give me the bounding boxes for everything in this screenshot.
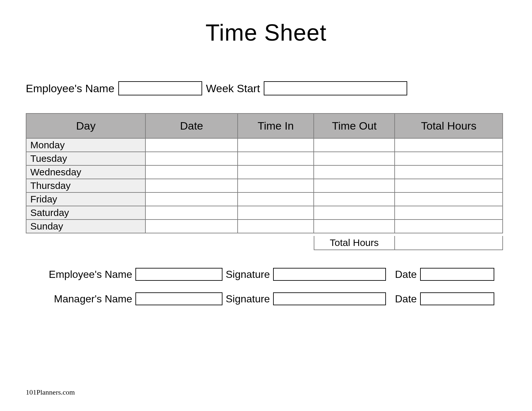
employee-signature-label: Signature (226, 269, 270, 280)
date-cell[interactable] (145, 220, 237, 233)
date-cell[interactable] (145, 152, 237, 165)
date-cell[interactable] (145, 165, 237, 179)
time-out-cell[interactable] (314, 138, 395, 152)
employee-name-label: Employee's Name (26, 82, 114, 95)
time-out-cell[interactable] (314, 220, 395, 233)
employee-signature-field[interactable] (273, 268, 386, 281)
table-row: Sunday (26, 220, 503, 233)
day-cell: Saturday (26, 206, 145, 220)
col-total-hours: Total Hours (395, 113, 503, 138)
day-cell: Thursday (26, 179, 145, 192)
manager-date-field[interactable] (420, 292, 494, 305)
date-cell[interactable] (145, 179, 237, 192)
total-hours-row: Total Hours (26, 236, 503, 250)
table-row: Tuesday (26, 152, 503, 165)
total-hours-cell[interactable] (395, 138, 503, 152)
total-hours-value[interactable] (395, 236, 503, 250)
day-cell: Friday (26, 192, 145, 206)
table-row: Monday (26, 138, 503, 152)
manager-name-sig-label: Manager's Name (35, 293, 132, 305)
table-row: Saturday (26, 206, 503, 220)
time-in-cell[interactable] (238, 165, 314, 179)
time-out-cell[interactable] (314, 206, 395, 220)
time-in-cell[interactable] (238, 206, 314, 220)
total-hours-cell[interactable] (395, 220, 503, 233)
employee-date-label: Date (395, 269, 417, 280)
date-cell[interactable] (145, 192, 237, 206)
time-out-cell[interactable] (314, 165, 395, 179)
total-hours-cell[interactable] (395, 152, 503, 165)
manager-name-sig-field[interactable] (135, 292, 222, 305)
timesheet-table: Day Date Time In Time Out Total Hours Mo… (26, 113, 503, 233)
manager-signature-row: Manager's Name Signature Date (26, 292, 506, 305)
employee-name-sig-label: Employee's Name (35, 269, 132, 280)
table-row: Wednesday (26, 165, 503, 179)
employee-name-sig-field[interactable] (135, 268, 222, 281)
employee-date-field[interactable] (420, 268, 494, 281)
col-date: Date (145, 113, 237, 138)
total-hours-cell[interactable] (395, 206, 503, 220)
footer-credit: 101Planners.com (26, 388, 75, 396)
day-cell: Tuesday (26, 152, 145, 165)
time-in-cell[interactable] (238, 192, 314, 206)
time-in-cell[interactable] (238, 220, 314, 233)
total-hours-cell[interactable] (395, 165, 503, 179)
week-start-label: Week Start (206, 82, 260, 95)
time-in-cell[interactable] (238, 138, 314, 152)
manager-signature-field[interactable] (273, 292, 386, 305)
time-out-cell[interactable] (314, 152, 395, 165)
total-hours-cell[interactable] (395, 192, 503, 206)
time-in-cell[interactable] (238, 152, 314, 165)
day-cell: Monday (26, 138, 145, 152)
time-in-cell[interactable] (238, 179, 314, 192)
col-day: Day (26, 113, 145, 138)
time-out-cell[interactable] (314, 179, 395, 192)
week-start-field[interactable] (264, 81, 407, 95)
employee-name-field[interactable] (118, 81, 202, 95)
manager-date-label: Date (395, 293, 417, 305)
date-cell[interactable] (145, 138, 237, 152)
col-time-in: Time In (238, 113, 314, 138)
manager-signature-label: Signature (226, 293, 270, 305)
total-hours-label: Total Hours (314, 236, 395, 250)
time-out-cell[interactable] (314, 192, 395, 206)
employee-signature-row: Employee's Name Signature Date (26, 268, 506, 281)
date-cell[interactable] (145, 206, 237, 220)
page-title: Time Sheet (26, 19, 506, 46)
table-row: Friday (26, 192, 503, 206)
header-fields: Employee's Name Week Start (26, 81, 506, 95)
total-hours-cell[interactable] (395, 179, 503, 192)
col-time-out: Time Out (314, 113, 395, 138)
day-cell: Wednesday (26, 165, 145, 179)
day-cell: Sunday (26, 220, 145, 233)
table-row: Thursday (26, 179, 503, 192)
